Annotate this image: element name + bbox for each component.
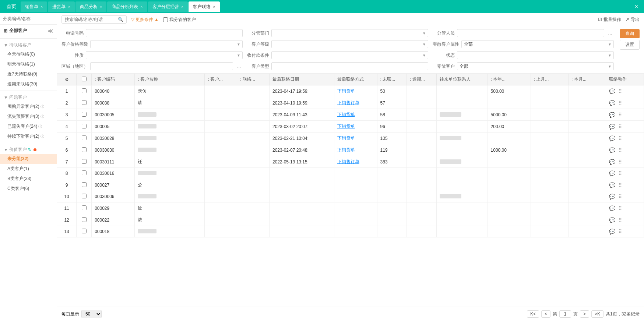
sidebar-item-overdue[interactable]: 逾期未联络(30) — [0, 79, 57, 89]
page-size-select[interactable]: 50 100 — [81, 310, 102, 318]
last-way-link[interactable]: 下销货单 — [337, 112, 355, 117]
refresh-icon[interactable]: ↻ — [28, 147, 32, 152]
sidebar-item-today[interactable]: 今天待联络(0) — [0, 49, 57, 59]
chat-icon[interactable]: 💬 — [609, 159, 615, 165]
select-all-checkbox[interactable] — [82, 77, 87, 81]
sidebar-item-ungroup[interactable]: 未分组(32) — [0, 154, 57, 164]
nav-tab-product-list[interactable]: 商品分析列表 × — [107, 1, 147, 12]
chat-icon[interactable]: 💬 — [609, 170, 615, 176]
th-check[interactable] — [77, 74, 92, 85]
filter-region-input[interactable] — [90, 62, 233, 70]
nav-tab-sales-close[interactable]: × — [41, 4, 43, 9]
cell-last-way[interactable] — [334, 226, 377, 237]
filter-status-select[interactable] — [457, 51, 614, 59]
sidebar-search-input[interactable] — [3, 16, 57, 21]
row-checkbox[interactable] — [82, 100, 87, 105]
all-customers-header[interactable]: ⊞ 全部客户 ≪ — [0, 25, 57, 37]
nav-tab-sales[interactable]: 销售单 × — [21, 1, 47, 12]
cell-last-way[interactable] — [334, 202, 377, 214]
chat-icon[interactable]: 💬 — [609, 147, 615, 153]
cell-check[interactable] — [77, 85, 92, 97]
chat-icon[interactable]: 💬 — [609, 205, 615, 211]
last-page-btn[interactable]: >K — [591, 310, 603, 318]
sidebar-item-7days[interactable]: 近7天待联络(0) — [0, 69, 57, 79]
last-way-link[interactable]: 下销售订单 — [337, 159, 359, 164]
chat-icon[interactable]: 💬 — [609, 100, 615, 106]
sidebar-item-declining[interactable]: 持续下滑客户(2) ⓘ — [0, 131, 57, 141]
next-page-btn[interactable]: > — [580, 310, 589, 318]
cell-check[interactable] — [77, 191, 92, 202]
chat-icon[interactable]: 💬 — [609, 124, 615, 130]
cell-check[interactable] — [77, 156, 92, 168]
row-checkbox[interactable] — [82, 182, 87, 187]
row-checkbox[interactable] — [82, 217, 87, 222]
filter-payment-select[interactable] — [271, 51, 428, 59]
filter-phone-input[interactable] — [86, 29, 243, 37]
sidebar-group-problem[interactable]: ▼ 问题客户 — [0, 92, 57, 102]
last-way-link[interactable]: 下销售订单 — [337, 100, 359, 105]
filter-retail-cust-select[interactable]: 全部 — [457, 62, 614, 70]
nav-tab-purchase-close[interactable]: × — [68, 4, 70, 9]
grid-action-icon[interactable]: ⠿ — [618, 194, 622, 200]
filter-price-level-select[interactable] — [90, 40, 243, 48]
cell-last-way[interactable] — [334, 191, 377, 202]
chat-icon[interactable]: 💬 — [609, 135, 615, 141]
filter-customer-level-select[interactable] — [271, 40, 428, 48]
sidebar-item-class-b[interactable]: B类客户(33) — [0, 174, 57, 184]
cell-check[interactable] — [77, 144, 92, 156]
cell-last-way[interactable]: 下销货单 — [334, 85, 377, 97]
home-tab[interactable]: 首页 — [3, 3, 20, 10]
sidebar-item-churned[interactable]: 已流失客户(24) ⓘ — [0, 121, 57, 131]
prev-page-btn[interactable]: < — [541, 310, 550, 318]
cell-check[interactable] — [77, 97, 92, 109]
grid-action-icon[interactable]: ⠿ — [618, 170, 622, 176]
filter-cust-type-input[interactable] — [271, 62, 428, 70]
chat-icon[interactable]: 💬 — [609, 88, 615, 94]
row-checkbox[interactable] — [82, 205, 87, 210]
grid-action-icon[interactable]: ⠿ — [618, 229, 622, 234]
sidebar-item-class-a[interactable]: A类客户(1) — [0, 164, 57, 174]
cell-last-way[interactable]: 下销货单 — [334, 109, 377, 121]
nav-tab-product-analysis[interactable]: 商品分析 × — [75, 1, 106, 12]
row-checkbox[interactable] — [82, 112, 87, 117]
nav-tab-purchase[interactable]: 进货单 × — [48, 1, 74, 12]
sidebar-item-hoarding[interactable]: 囤购异常客户(2) ⓘ — [0, 102, 57, 112]
export-btn[interactable]: ↗ 导出 — [626, 17, 640, 23]
cell-last-way[interactable] — [334, 214, 377, 226]
grid-action-icon[interactable]: ⠿ — [618, 135, 622, 141]
first-page-btn[interactable]: K< — [527, 310, 539, 318]
cell-last-way[interactable] — [334, 168, 377, 179]
row-checkbox[interactable] — [82, 135, 87, 140]
cell-check[interactable] — [77, 121, 92, 133]
chat-icon[interactable]: 💬 — [609, 217, 615, 223]
collapse-icon[interactable]: ≪ — [47, 28, 53, 34]
batch-op-btn[interactable]: ☑ 批量操作 — [598, 17, 621, 23]
cell-check[interactable] — [77, 133, 92, 144]
row-checkbox[interactable] — [82, 170, 87, 175]
grid-action-icon[interactable]: ⠿ — [618, 112, 622, 118]
cell-check[interactable] — [77, 109, 92, 121]
chat-icon[interactable]: 💬 — [609, 112, 615, 118]
filter-manager-input[interactable] — [457, 29, 604, 37]
row-checkbox[interactable] — [82, 194, 87, 198]
filter-dept-select[interactable] — [271, 29, 428, 37]
sidebar-group-value[interactable]: ▼ 价值客户 ↻ — [0, 145, 57, 154]
grid-action-icon[interactable]: ⠿ — [618, 182, 622, 188]
sidebar-item-class-c[interactable]: C类客户(6) — [0, 184, 57, 194]
query-button[interactable]: 查询 — [620, 29, 640, 38]
grid-action-icon[interactable]: ⠿ — [618, 124, 622, 130]
my-customers-checkbox[interactable]: 我分管的客户 — [163, 17, 196, 23]
nav-tab-customer-contact[interactable]: 客户联络 × — [189, 1, 219, 12]
chat-icon[interactable]: 💬 — [609, 229, 615, 234]
cell-last-way[interactable]: 下销货单 — [334, 144, 377, 156]
row-checkbox[interactable] — [82, 124, 87, 128]
grid-action-icon[interactable]: ⠿ — [618, 205, 622, 211]
filter-manager-ellipsis[interactable]: ... — [606, 30, 614, 36]
cell-last-way[interactable]: 下销售订单 — [334, 97, 377, 109]
row-checkbox[interactable] — [82, 147, 87, 152]
sidebar-group-pending[interactable]: ▼ 待联络客户 — [0, 40, 57, 49]
page-number-input[interactable] — [559, 310, 571, 318]
grid-action-icon[interactable]: ⠿ — [618, 100, 622, 106]
search-input[interactable] — [65, 17, 116, 22]
nav-tab-customer-mgmt-close[interactable]: × — [181, 4, 183, 9]
